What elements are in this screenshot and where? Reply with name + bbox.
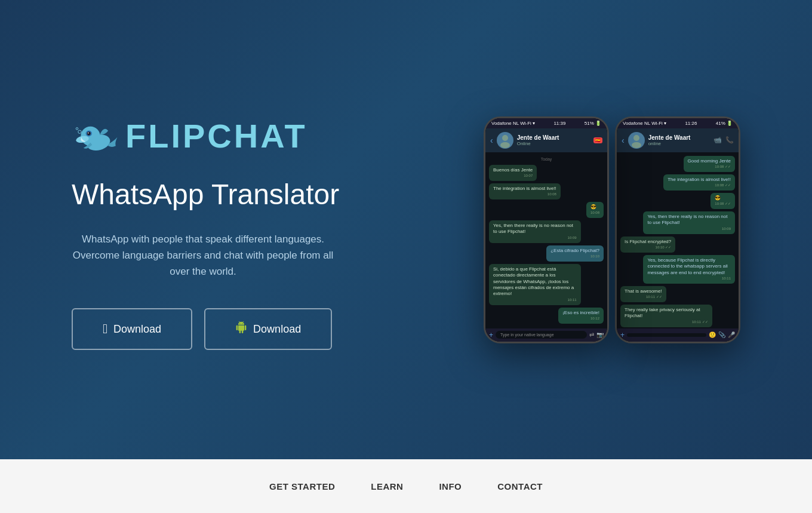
ios-download-label: Download bbox=[113, 323, 161, 336]
phone2-input-bar: + 🙂 📎 🎤 bbox=[617, 328, 739, 342]
android-download-button[interactable]: Download bbox=[204, 308, 332, 350]
phone2-contact-name: Jente de Waart bbox=[648, 134, 710, 141]
svg-point-7 bbox=[76, 128, 78, 130]
message-item: ¡Eso es increíble! 10:12 bbox=[558, 308, 604, 324]
download-buttons:  Download Download bbox=[72, 308, 339, 350]
plus-icon: + bbox=[620, 331, 625, 339]
message-item: They really take privacy seriously at Fl… bbox=[620, 305, 712, 327]
svg-point-10 bbox=[633, 135, 639, 141]
phone2-chat-header: ‹ Jente de Waart online 📹 📞 bbox=[617, 128, 739, 152]
message-item: The integration is almost live!! 10:08 ✓… bbox=[663, 174, 735, 191]
message-item: That is awesome! 10:11 ✓✓ bbox=[620, 286, 666, 302]
svg-point-4 bbox=[88, 133, 89, 134]
message-item: 😎 10:08 bbox=[586, 202, 604, 218]
main-section: FLIPCHAT WhatsApp Translator WhatsApp wi… bbox=[0, 0, 812, 459]
phone2-avatar bbox=[628, 132, 645, 149]
phone1-contact-status: Online bbox=[517, 141, 590, 146]
video-call-icon: 📹 bbox=[713, 136, 722, 144]
dolphin-mascot-icon bbox=[72, 109, 125, 163]
svg-point-11 bbox=[632, 142, 641, 148]
left-content: FLIPCHAT WhatsApp Translator WhatsApp wi… bbox=[72, 109, 339, 350]
svg-point-8 bbox=[502, 135, 508, 141]
message-item: ¿Esta cifrado Flipchat? 10:10 bbox=[546, 245, 604, 262]
phone2-contact-info: Jente de Waart online bbox=[648, 134, 710, 146]
phone-call-icon: 📞 bbox=[725, 136, 734, 144]
phone1-flag-badge: 🇪🇸 bbox=[593, 137, 602, 143]
phone1-contact-info: Jente de Waart Online bbox=[517, 134, 590, 146]
message-item: Yes, then there really is no reason not … bbox=[643, 211, 735, 234]
phone2-messages: Good morning Jente 10:08 ✓✓ The integrat… bbox=[617, 152, 739, 328]
apple-icon:  bbox=[103, 321, 107, 337]
android-download-label: Download bbox=[253, 323, 301, 336]
message-item: Buenos días Jente 10:07 bbox=[489, 165, 537, 181]
phone1-input-field: Type in your native language bbox=[496, 331, 587, 339]
footer-nav: GET STARTED LEARN INFO CONTACT bbox=[0, 459, 812, 513]
hero-headline: WhatsApp Translator bbox=[72, 177, 339, 212]
message-item: Yes, because Flipchat is directly connec… bbox=[643, 255, 735, 284]
svg-point-3 bbox=[87, 131, 91, 135]
logo-text: FLIPCHAT bbox=[125, 116, 307, 155]
phone1-avatar bbox=[497, 132, 513, 149]
message-item: Is Flipchat encrypted? 10:10 ✓✓ bbox=[620, 236, 675, 253]
attach-icon: 📎 bbox=[718, 331, 725, 338]
emoji-icon: 🙂 bbox=[709, 331, 716, 338]
date-label: Today bbox=[489, 157, 604, 161]
phone-mockups: Vodafone NL Wi-Fi ▾ 11:39 51% 🔋 ‹ Jente … bbox=[484, 116, 740, 343]
logo-container: FLIPCHAT bbox=[72, 109, 339, 163]
mic-icon: 🎤 bbox=[728, 331, 735, 338]
camera-icon: 📷 bbox=[596, 331, 604, 338]
plus-icon: + bbox=[489, 331, 493, 339]
message-item: Yes, then there really is no reason not … bbox=[489, 220, 581, 243]
phone2-status-bar: Vodafone NL Wi-Fi ▾ 11:26 41% 🔋 bbox=[617, 118, 739, 128]
android-icon bbox=[235, 321, 247, 337]
phone1-messages: Today Buenos días Jente 10:07 The integr… bbox=[485, 152, 607, 328]
svg-point-6 bbox=[78, 130, 81, 133]
nav-info[interactable]: INFO bbox=[439, 481, 462, 492]
message-item: Good morning Jente 10:08 ✓✓ bbox=[684, 156, 736, 172]
nav-contact[interactable]: CONTACT bbox=[497, 481, 543, 492]
nav-learn[interactable]: LEARN bbox=[371, 481, 403, 492]
phone2-contact-status: online bbox=[648, 141, 710, 146]
translate-icon: ⇄ bbox=[589, 331, 594, 338]
phone-mockup-1: Vodafone NL Wi-Fi ▾ 11:39 51% 🔋 ‹ Jente … bbox=[484, 116, 609, 343]
message-item: Si, debido a que Flipchat está conectado… bbox=[489, 264, 581, 305]
ios-download-button[interactable]:  Download bbox=[72, 308, 192, 350]
phone2-input-field bbox=[627, 333, 706, 337]
phone-mockup-2: Vodafone NL Wi-Fi ▾ 11:26 41% 🔋 ‹ Jente … bbox=[615, 116, 740, 343]
back-arrow-icon: ‹ bbox=[622, 136, 625, 145]
message-item: 😎 10:08 ✓✓ bbox=[710, 193, 735, 209]
nav-get-started[interactable]: GET STARTED bbox=[269, 481, 335, 492]
svg-point-9 bbox=[500, 142, 510, 148]
message-item: The integration is almost live!! 10:08 bbox=[489, 183, 561, 199]
hero-description: WhatsApp with people that speak differen… bbox=[72, 231, 334, 280]
phone1-input-bar: + Type in your native language ⇄ 📷 bbox=[485, 328, 607, 342]
phone1-status-bar: Vodafone NL Wi-Fi ▾ 11:39 51% 🔋 bbox=[485, 118, 607, 128]
back-arrow-icon: ‹ bbox=[490, 136, 493, 145]
phone1-chat-header: ‹ Jente de Waart Online 🇪🇸 bbox=[485, 128, 607, 152]
phone1-contact-name: Jente de Waart bbox=[517, 134, 590, 141]
